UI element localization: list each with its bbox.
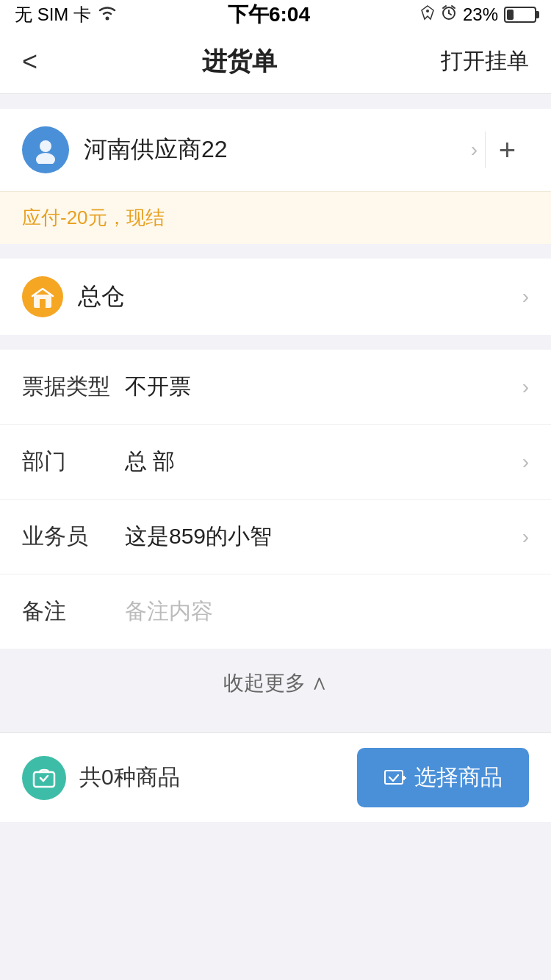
svg-rect-10 [385,771,403,784]
collapse-label[interactable]: 收起更多 ∧ [223,669,328,697]
svg-point-6 [36,153,55,164]
warehouse-row[interactable]: 总仓 › [0,259,551,335]
invoice-type-row[interactable]: 票据类型 不开票 › [0,350,551,425]
collapse-row[interactable]: 收起更多 ∧ [0,649,551,718]
add-supplier-button[interactable]: + [485,131,529,168]
product-bar: 共0种商品 选择商品 [0,732,551,822]
note-row[interactable]: 备注 备注内容 [0,574,551,649]
supplier-section: 河南供应商22 › + 应付-20元，现结 [0,109,551,244]
section-gap-4 [0,718,551,732]
back-button[interactable]: < [22,46,37,77]
product-icon [22,756,66,800]
department-label: 部门 [22,447,125,477]
warehouse-name: 总仓 [78,281,522,313]
supplier-row[interactable]: 河南供应商22 › + [0,109,551,191]
status-bar: 无 SIM 卡 下午6:04 [0,0,551,29]
salesperson-chevron-icon: › [522,525,529,549]
carrier-label: 无 SIM 卡 [15,3,91,26]
svg-rect-8 [40,299,46,308]
department-value: 总 部 [125,447,522,477]
department-chevron-icon: › [522,450,529,474]
note-input[interactable]: 备注内容 [125,597,529,627]
select-product-button[interactable]: 选择商品 [357,748,529,807]
supplier-chevron-icon: › [471,138,478,162]
alarm-icon [441,4,457,25]
salesperson-label: 业务员 [22,522,125,552]
notice-text: 应付-20元，现结 [22,206,165,228]
location-icon [420,4,435,25]
open-pending-button[interactable]: 打开挂单 [441,46,529,76]
salesperson-row[interactable]: 业务员 这是859的小智 › [0,500,551,574]
warehouse-chevron-icon: › [522,285,529,309]
section-gap-2 [0,244,551,259]
invoice-type-label: 票据类型 [22,372,125,402]
warehouse-icon [22,276,63,317]
nav-bar: < 进货单 打开挂单 [0,29,551,94]
svg-line-4 [449,13,451,15]
status-left: 无 SIM 卡 [15,3,118,26]
page-title: 进货单 [202,45,277,79]
status-time: 下午6:04 [228,1,310,29]
status-right: 23% [420,4,536,25]
department-row[interactable]: 部门 总 部 › [0,425,551,500]
note-label: 备注 [22,597,125,627]
svg-point-1 [426,10,429,12]
section-gap-1 [0,94,551,109]
wifi-icon [97,4,118,25]
invoice-chevron-icon: › [522,375,529,399]
battery-icon [504,7,536,23]
supplier-name: 河南供应商22 [84,134,471,166]
form-section: 票据类型 不开票 › 部门 总 部 › 业务员 这是859的小智 › 备注 备注… [0,350,551,649]
supplier-avatar [22,126,69,173]
notice-banner: 应付-20元，现结 [0,191,551,244]
invoice-type-value: 不开票 [125,372,522,402]
section-gap-3 [0,335,551,350]
bottom-fill [0,822,551,980]
select-product-label: 选择商品 [414,763,503,793]
svg-point-0 [106,17,109,21]
salesperson-value: 这是859的小智 [125,522,522,552]
warehouse-section[interactable]: 总仓 › [0,259,551,335]
svg-point-5 [40,140,51,152]
product-count-label: 共0种商品 [79,763,357,793]
battery-label: 23% [463,4,498,25]
